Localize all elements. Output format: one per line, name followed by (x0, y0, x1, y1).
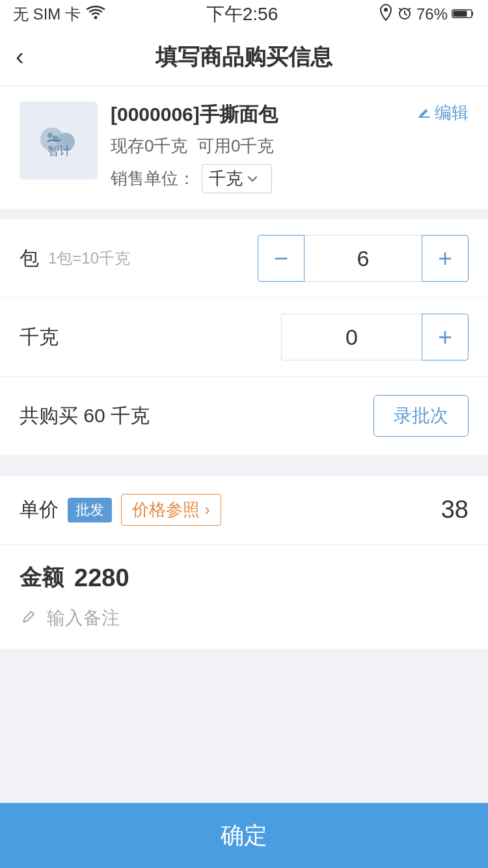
status-left: 无 SIM 卡 (13, 4, 105, 25)
svg-point-1 (384, 8, 388, 12)
svg-point-0 (94, 16, 98, 20)
svg-point-8 (47, 133, 53, 138)
svg-rect-4 (454, 11, 467, 17)
price-tag: 批发 (68, 498, 112, 522)
pack-minus-button[interactable]: − (258, 235, 305, 282)
nav-bar: ‹ 填写商品购买信息 (0, 29, 488, 86)
summary-text: 共购买 60 千克 (20, 403, 150, 429)
confirm-button[interactable]: 确定 (0, 803, 488, 868)
kg-input[interactable] (281, 314, 422, 360)
amount-value: 2280 (74, 564, 129, 592)
location-icon (379, 4, 393, 25)
pack-row: 包 1包=10千克 − + (0, 219, 488, 298)
status-time: 下午2:56 (206, 2, 278, 27)
kg-plus-button[interactable]: + (422, 314, 468, 360)
quantity-section: 包 1包=10千克 − + 千克 + (0, 219, 488, 377)
amount-label: 金额 (20, 563, 64, 593)
svg-text:智计: 智计 (47, 144, 71, 157)
back-button[interactable]: ‹ (16, 43, 24, 71)
pack-plus-button[interactable]: + (422, 235, 468, 282)
pack-hint: 1包=10千克 (48, 248, 130, 269)
carrier-text: 无 SIM 卡 (13, 4, 81, 25)
product-unit: 销售单位： 千克 (111, 164, 468, 193)
price-ref-button[interactable]: 价格参照 › (121, 494, 221, 526)
price-left: 单价 批发 价格参照 › (20, 494, 221, 526)
remark-row[interactable]: 输入备注 (20, 606, 468, 631)
pack-controls: − + (258, 235, 468, 282)
alarm-icon (397, 5, 413, 24)
remark-label: 输入备注 (47, 606, 120, 631)
price-section: 单价 批发 价格参照 › 38 (0, 476, 488, 545)
status-bar: 无 SIM 卡 下午2:56 (0, 0, 488, 29)
product-name: [0000006]手撕面包 (111, 102, 416, 128)
amount-row: 金额 2280 (20, 563, 468, 593)
product-image: 智计 (20, 102, 98, 180)
battery-icon (452, 5, 475, 23)
status-right: 76% (379, 4, 475, 25)
kg-row: 千克 + (0, 298, 488, 377)
divider-1 (0, 465, 488, 476)
wifi-icon (86, 5, 105, 23)
amount-section: 金额 2280 输入备注 (0, 545, 488, 649)
price-value: 38 (441, 496, 468, 524)
battery-percent: 76% (416, 5, 448, 23)
edit-button[interactable]: 编辑 (416, 102, 468, 124)
summary-section: 共购买 60 千克 录批次 (0, 377, 488, 455)
product-section: 智计 [0000006]手撕面包 编辑 现存0千克 可用0 (0, 86, 488, 209)
page-title: 填写商品购买信息 (156, 42, 332, 72)
pack-label: 包 1包=10千克 (20, 245, 130, 272)
pack-input[interactable] (305, 235, 422, 282)
unit-select[interactable]: 千克 (202, 164, 272, 193)
product-info: [0000006]手撕面包 编辑 现存0千克 可用0千克 销售单位： 千克 (111, 102, 468, 193)
kg-controls: + (281, 314, 468, 360)
edit-label: 编辑 (435, 102, 468, 124)
product-stock: 现存0千克 可用0千克 (111, 135, 468, 157)
batch-button[interactable]: 录批次 (373, 395, 468, 437)
kg-label: 千克 (20, 324, 59, 351)
price-label: 单价 (20, 496, 59, 523)
